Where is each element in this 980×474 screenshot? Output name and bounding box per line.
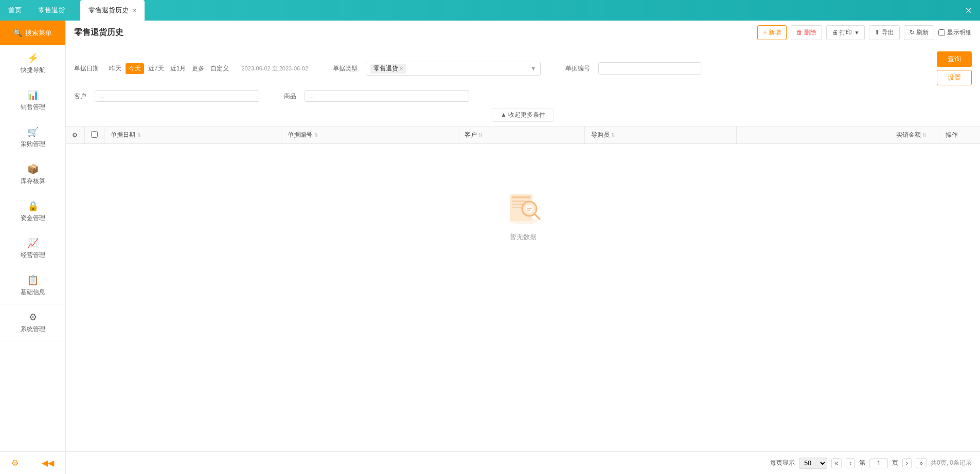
th-checkbox[interactable] <box>84 126 104 144</box>
next-page-button[interactable]: › <box>902 458 912 468</box>
th-amount[interactable]: 实销金额 ⇅ <box>737 126 939 144</box>
svg-rect-3 <box>512 200 526 202</box>
customer-input[interactable]: ... <box>95 90 259 102</box>
bill-type-select[interactable]: 零售退货 × ▼ <box>366 62 541 76</box>
shortcut-yesterday[interactable]: 昨天 <box>107 63 123 74</box>
shortcut-1month[interactable]: 近1月 <box>168 63 188 74</box>
collapse-filter-button[interactable]: ▲ 收起更多条件 <box>492 108 554 122</box>
sidebar-item-system[interactable]: ⚙ 系统管理 <box>0 304 65 341</box>
prev-page-button[interactable]: ‹ <box>846 458 855 468</box>
shortcut-7days[interactable]: 近7天 <box>146 63 166 74</box>
tab-home-label: 首页 <box>8 6 22 15</box>
sidebar-item-sales-label: 销售管理 <box>21 103 45 112</box>
th-gear[interactable]: ⚙ <box>66 126 84 144</box>
refresh-button-label: ↻ 刷新 <box>910 28 929 37</box>
table-header-row: ⚙ 单据日期 ⇅ 单据编号 <box>66 126 980 144</box>
sidebar-item-quick-nav[interactable]: ⚡ 快捷导航 <box>0 45 65 82</box>
page-number-input[interactable] <box>869 458 888 468</box>
bill-type-dropdown-icon: ▼ <box>530 65 536 71</box>
th-number[interactable]: 单据编号 ⇅ <box>281 126 458 144</box>
bill-type-tag: 零售退货 × <box>370 64 406 74</box>
operations-icon: 📈 <box>27 238 39 249</box>
purchase-icon: 🛒 <box>27 126 39 138</box>
delete-button-label: 🗑 删除 <box>796 28 816 37</box>
window-close-button[interactable]: ✕ <box>957 6 980 15</box>
goods-placeholder: ... <box>309 93 314 100</box>
page-label: 第 <box>859 459 865 467</box>
total-records: 共0页, 0条记录 <box>931 459 972 467</box>
shortcut-more[interactable]: 更多 <box>190 63 206 74</box>
first-page-button[interactable]: « <box>831 458 842 468</box>
new-button[interactable]: + 新增 <box>757 25 786 40</box>
export-button[interactable]: ⬆ 导出 <box>869 25 899 40</box>
shortcut-custom[interactable]: 自定义 <box>208 63 231 74</box>
print-dropdown-icon[interactable]: ▼ <box>854 30 859 35</box>
sidebar: 🔍 搜索菜单 ⚡ 快捷导航 📊 销售管理 🛒 采购管理 📦 库存核算 🔒 <box>0 21 66 474</box>
sidebar-item-finance[interactable]: 🔒 资金管理 <box>0 193 65 230</box>
tab-retail-return-history-close[interactable]: × <box>133 7 136 13</box>
sort-amount-icon: ⇅ <box>922 132 926 138</box>
page-header: 零售退货历史 + 新增 🗑 删除 🖨 打印 ▼ ⬆ 导出 ↻ 刷新 <box>66 21 980 45</box>
goods-input[interactable]: ... <box>305 90 469 102</box>
gear-icon: ⚙ <box>72 132 78 139</box>
th-action: 操作 <box>939 126 980 144</box>
show-detail-checkbox[interactable] <box>938 29 945 36</box>
th-date-label: 单据日期 <box>111 131 135 139</box>
top-bar: 首页 零售退货 × 零售退货历史 × ✕ <box>0 0 980 21</box>
customer-placeholder: ... <box>99 93 104 100</box>
sidebar-item-sales[interactable]: 📊 销售管理 <box>0 82 65 119</box>
query-button[interactable]: 查询 <box>937 51 972 67</box>
sidebar-item-operations-label: 经营管理 <box>21 251 45 260</box>
sidebar-audio-icon[interactable]: ◀◀ <box>42 458 54 468</box>
collapse-label: ▲ 收起更多条件 <box>501 111 545 119</box>
goods-label: 商品 <box>284 92 296 101</box>
sidebar-search-label: 搜索菜单 <box>25 28 52 38</box>
empty-state: 暂无数据 <box>66 144 980 283</box>
filter-settings-button[interactable]: 设置 <box>937 70 972 85</box>
show-detail-wrap: 显示明细 <box>938 28 972 37</box>
svg-rect-2 <box>512 196 530 198</box>
empty-text: 暂无数据 <box>510 232 537 242</box>
print-button[interactable]: 🖨 打印 ▼ <box>826 25 865 40</box>
prev-page-icon: ‹ <box>849 460 851 467</box>
svg-rect-9 <box>527 208 532 209</box>
pagination-bar: 每页显示 50 10 20 100 « ‹ 第 页 › » 共0页, 0条记录 <box>66 451 980 474</box>
th-action-label: 操作 <box>946 131 958 138</box>
bill-number-input[interactable] <box>598 62 701 75</box>
sidebar-item-purchase[interactable]: 🛒 采购管理 <box>0 119 65 156</box>
sidebar-settings-icon[interactable]: ⚙ <box>11 458 19 468</box>
th-customer[interactable]: 客户 ⇅ <box>458 126 585 144</box>
sidebar-item-operations[interactable]: 📈 经营管理 <box>0 230 65 267</box>
sidebar-item-inventory-label: 库存核算 <box>21 177 45 186</box>
page-size-select[interactable]: 50 10 20 100 <box>799 458 827 469</box>
bill-type-tag-close[interactable]: × <box>400 65 403 71</box>
sidebar-item-inventory[interactable]: 📦 库存核算 <box>0 156 65 193</box>
tab-retail-return-history-label: 零售退货历史 <box>88 6 129 15</box>
th-guide[interactable]: 导购员 ⇅ <box>584 126 736 144</box>
empty-icon <box>503 185 544 226</box>
tab-retail-return-close[interactable]: × <box>69 7 72 13</box>
th-date[interactable]: 单据日期 ⇅ <box>104 126 281 144</box>
sidebar-footer: ⚙ ◀◀ <box>0 451 65 474</box>
refresh-button[interactable]: ↻ 刷新 <box>904 25 934 40</box>
sidebar-item-quick-nav-label: 快捷导航 <box>21 66 45 75</box>
quick-nav-icon: ⚡ <box>27 52 39 64</box>
th-amount-label: 实销金额 <box>896 131 921 139</box>
bill-type-label: 单据类型 <box>333 64 358 73</box>
shortcut-today[interactable]: 今天 <box>126 63 144 74</box>
tab-list: 首页 零售退货 × 零售退货历史 × <box>0 0 957 21</box>
sidebar-item-basic-info[interactable]: 📋 基础信息 <box>0 267 65 304</box>
first-page-icon: « <box>835 460 839 467</box>
last-page-button[interactable]: » <box>916 458 926 468</box>
tab-home[interactable]: 首页 <box>0 0 30 21</box>
tab-retail-return[interactable]: 零售退货 × <box>30 0 80 21</box>
basic-info-icon: 📋 <box>27 275 39 286</box>
tab-retail-return-history[interactable]: 零售退货历史 × <box>80 0 144 21</box>
tab-retail-return-label: 零售退货 <box>38 6 65 15</box>
delete-button[interactable]: 🗑 删除 <box>791 25 822 40</box>
sidebar-search-button[interactable]: 🔍 搜索菜单 <box>0 21 65 45</box>
sidebar-nav: ⚡ 快捷导航 📊 销售管理 🛒 采购管理 📦 库存核算 🔒 资金管理 📈 <box>0 45 65 451</box>
bill-type-tag-value: 零售退货 <box>373 64 398 73</box>
select-all-checkbox[interactable] <box>91 131 98 138</box>
system-icon: ⚙ <box>29 312 37 323</box>
